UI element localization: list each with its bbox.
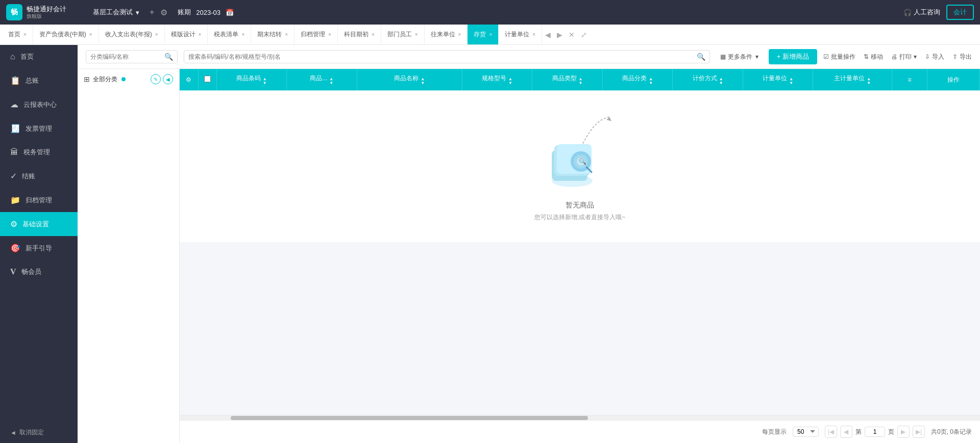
tab-homepage[interactable]: 首页 × — [2, 25, 33, 45]
sidebar-item-guide[interactable]: 🎯 新手引导 — [0, 236, 78, 260]
th-main-unit[interactable]: 主计量单位▲▼ — [813, 69, 892, 90]
category-search-wrap[interactable]: 🔍 — [86, 50, 178, 63]
last-page-button[interactable]: ▶| — [913, 426, 925, 438]
close-icon[interactable]: × — [489, 32, 492, 37]
th-settings[interactable]: ⚙ — [180, 69, 198, 90]
close-icon[interactable]: × — [372, 32, 375, 37]
close-icon[interactable]: × — [415, 32, 418, 37]
sidebar-item-tax[interactable]: 🏛 税务管理 — [0, 141, 78, 164]
tab-bar: 首页 × 资产负债表(中期) × 收入支出表(年报) × 模版设计 × 税表清单… — [0, 25, 980, 45]
close-icon[interactable]: × — [199, 32, 202, 37]
page-number-input[interactable] — [865, 427, 885, 437]
close-icon[interactable]: × — [23, 32, 27, 37]
sidebar-pin-button[interactable]: ◄ 取消固定 — [0, 422, 78, 443]
close-icon[interactable]: × — [458, 32, 461, 37]
th-product-name[interactable]: 商品名称▲▼ — [357, 69, 462, 90]
empty-state: 🔍 暂无商品 您可以选择新增,或者直接导入哦~ — [180, 90, 980, 242]
next-page-button[interactable]: ▶ — [897, 426, 910, 438]
svg-marker-0 — [606, 117, 611, 121]
close-icon[interactable]: × — [328, 32, 331, 37]
sort-icon: ▲▼ — [329, 77, 333, 85]
add-tab-icon[interactable]: + — [150, 8, 154, 17]
th-spec[interactable]: 规格型号▲▼ — [462, 69, 532, 90]
sidebar-item-basic-settings[interactable]: ⚙ 基础设置 — [0, 212, 78, 236]
new-product-button[interactable]: + 新增商品 — [769, 49, 817, 64]
th-product-code[interactable]: 商品条码▲▼ — [216, 69, 287, 90]
tab-template-design[interactable]: 模版设计 × — [165, 25, 208, 45]
scrollbar-thumb[interactable] — [231, 416, 588, 420]
total-records-info: 共0页, 0条记录 — [931, 428, 972, 436]
tab-subject-initial[interactable]: 科目期初 × — [338, 25, 381, 45]
th-price-method[interactable]: 计价方式▲▼ — [673, 69, 743, 90]
product-search-input[interactable] — [188, 53, 694, 60]
sidebar-item-home[interactable]: ⌂ 首页 — [0, 45, 78, 68]
tab-expand-icon[interactable]: ⤢ — [578, 31, 590, 39]
prev-page-button[interactable]: ◀ — [840, 426, 852, 438]
th-unit[interactable]: 计量单位▲▼ — [743, 69, 813, 90]
archive-icon: 📁 — [10, 195, 20, 205]
tab-customer-vendor[interactable]: 往来单位 × — [425, 25, 468, 45]
tab-department-employee[interactable]: 部门员工 × — [381, 25, 425, 45]
table-scroll[interactable]: ⚙ 商品条码▲▼ 商品...▲▼ — [180, 69, 980, 415]
close-icon[interactable]: × — [532, 32, 535, 37]
tab-income-statement[interactable]: 收入支出表(年报) × — [99, 25, 165, 45]
product-search-wrap[interactable]: 🔍 — [184, 50, 710, 63]
import-button[interactable]: ⇩ 导入 — [925, 53, 944, 61]
batch-ops-button[interactable]: ☑ 批量操作 — [823, 53, 855, 61]
th-barcode[interactable]: 商品...▲▼ — [287, 69, 357, 90]
more-filter-button[interactable]: ▦ 更多条件 ▾ — [716, 51, 763, 63]
sidebar-item-cloud-reports[interactable]: ☁ 云报表中心 — [0, 92, 78, 116]
move-button[interactable]: ⇅ 移动 — [864, 53, 883, 61]
sidebar-item-archive[interactable]: 📁 归档管理 — [0, 188, 78, 212]
sidebar-item-member[interactable]: V 畅会员 — [0, 260, 78, 284]
category-icon-buttons: ✎ ◀ — [151, 74, 173, 84]
tab-nav-right-icon[interactable]: ▶ — [554, 31, 566, 39]
close-icon[interactable]: × — [155, 32, 158, 37]
th-product-category[interactable]: 商品分类▲▼ — [602, 69, 673, 90]
print-button[interactable]: 🖨 打印 ▾ — [891, 53, 917, 61]
first-page-button[interactable]: |◀ — [825, 426, 837, 438]
move-icon: ⇅ — [864, 53, 869, 60]
close-icon[interactable]: × — [241, 32, 244, 37]
closing-icon: ✓ — [10, 171, 17, 181]
category-search-input[interactable] — [90, 53, 161, 60]
th-product-type[interactable]: 商品类型▲▼ — [532, 69, 603, 90]
batch-icon: ☑ — [823, 53, 829, 60]
close-icon[interactable]: × — [285, 32, 288, 37]
sort-icon: ▲▼ — [719, 77, 723, 85]
app-logo-icon: 畅 — [6, 4, 22, 20]
tab-archive-management[interactable]: 归档管理 × — [295, 25, 338, 45]
collapse-panel-button[interactable]: ◀ — [163, 74, 173, 84]
company-selector[interactable]: 基层工会测试 ▾ — [89, 6, 143, 19]
category-header: ⊞ 全部分类 ✎ ◀ — [78, 69, 179, 89]
tab-balance-sheet[interactable]: 资产负债表(中期) × — [33, 25, 99, 45]
tab-close-all-icon[interactable]: ✕ — [566, 31, 578, 39]
ai-consult-button[interactable]: 🎧 人工咨询 — [903, 8, 940, 17]
sidebar-item-closing[interactable]: ✓ 结账 — [0, 164, 78, 188]
empty-title: 暂无商品 — [566, 201, 594, 210]
toolbar-actions: ☑ 批量操作 ⇅ 移动 🖨 打印 ▾ ⇩ 导入 ⇧ 导 — [823, 53, 972, 61]
calendar-icon[interactable]: 📅 — [226, 9, 234, 16]
horizontal-scrollbar[interactable] — [180, 415, 980, 420]
main-content: ⊞ 全部分类 ✎ ◀ ⚙ — [78, 69, 980, 443]
tab-tax-list[interactable]: 税表清单 × — [208, 25, 251, 45]
th-extra-columns[interactable]: ≡ — [892, 69, 927, 90]
select-all-checkbox[interactable] — [204, 76, 211, 82]
edit-category-button[interactable]: ✎ — [151, 74, 161, 84]
tab-unit-of-measure[interactable]: 计量单位 × — [499, 25, 542, 45]
sidebar: ⌂ 首页 📋 总账 ☁ 云报表中心 🧾 发票管理 🏛 税务管理 ✓ 结账 📁 归… — [0, 45, 78, 443]
tab-nav-left-icon[interactable]: ◀ — [542, 31, 554, 39]
tab-period-closing[interactable]: 期末结转 × — [251, 25, 295, 45]
sidebar-item-invoice[interactable]: 🧾 发票管理 — [0, 116, 78, 141]
export-button[interactable]: ⇧ 导出 — [952, 53, 972, 61]
pin-icon: ◄ — [10, 429, 16, 436]
empty-desc: 您可以选择新增,或者直接导入哦~ — [534, 213, 625, 222]
close-icon[interactable]: × — [89, 32, 92, 37]
kuaiji-button[interactable]: 会计 — [946, 5, 974, 20]
settings-icon[interactable]: ⚙ — [160, 8, 167, 17]
tab-inventory[interactable]: 存货 × — [468, 25, 499, 45]
th-checkbox[interactable] — [198, 69, 216, 90]
per-page-select[interactable]: 50 10 20 100 — [793, 427, 819, 437]
sidebar-item-ledger[interactable]: 📋 总账 — [0, 68, 78, 92]
empty-doc-icon: 🔍 — [544, 135, 600, 193]
